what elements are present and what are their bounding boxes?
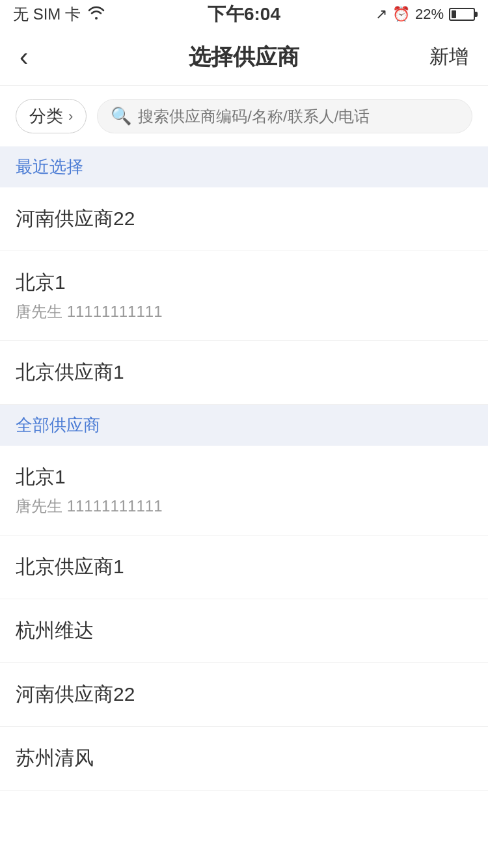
battery-text: 22%: [415, 6, 444, 23]
page-title: 选择供应商: [189, 42, 299, 72]
battery-icon: [449, 8, 475, 21]
carrier-text: 无 SIM 卡: [13, 4, 81, 25]
list-item[interactable]: 北京1唐先生 11111111111: [0, 446, 488, 536]
list-item[interactable]: 河南供应商22: [0, 187, 488, 251]
search-bar: 🔍: [97, 99, 472, 133]
list-item[interactable]: 苏州清风: [0, 727, 488, 791]
back-button[interactable]: ‹: [20, 42, 72, 72]
status-time: 下午6:04: [208, 2, 280, 27]
add-button[interactable]: 新增: [416, 44, 468, 70]
item-name: 北京供应商1: [16, 359, 472, 386]
category-filter[interactable]: 分类 ›: [16, 99, 87, 133]
status-bar: 无 SIM 卡 下午6:04 ↗ ⏰ 22%: [0, 0, 488, 29]
item-name: 北京供应商1: [16, 554, 472, 580]
all-section-header: 全部供应商: [0, 405, 488, 446]
list-item[interactable]: 北京供应商1: [0, 536, 488, 599]
recent-section-header: 最近选择: [0, 146, 488, 187]
item-name: 杭州维达: [16, 617, 472, 644]
item-name: 苏州清风: [16, 745, 472, 772]
nav-bar: ‹ 选择供应商 新增: [0, 29, 488, 86]
item-contact: 唐先生 11111111111: [16, 301, 472, 322]
item-name: 河南供应商22: [16, 681, 472, 708]
item-name: 河南供应商22: [16, 206, 472, 232]
search-icon: 🔍: [111, 106, 131, 126]
search-input[interactable]: [138, 107, 459, 126]
list-item[interactable]: 北京1唐先生 11111111111: [0, 251, 488, 341]
status-right: ↗ ⏰ 22%: [375, 6, 475, 23]
wifi-icon: [87, 5, 105, 23]
filter-bar: 分类 › 🔍: [0, 86, 488, 146]
item-name: 北京1: [16, 269, 472, 296]
alarm-icon: ⏰: [392, 6, 410, 23]
item-name: 北京1: [16, 464, 472, 491]
all-section-label: 全部供应商: [16, 415, 100, 435]
all-list: 北京1唐先生 11111111111北京供应商1杭州维达河南供应商22苏州清风: [0, 446, 488, 791]
location-icon: ↗: [375, 6, 387, 23]
chevron-right-icon: ›: [68, 108, 73, 125]
recent-list: 河南供应商22北京1唐先生 11111111111北京供应商1: [0, 187, 488, 405]
list-item[interactable]: 北京供应商1: [0, 341, 488, 405]
category-label: 分类: [29, 105, 63, 128]
list-item[interactable]: 河南供应商22: [0, 663, 488, 727]
recent-section-label: 最近选择: [16, 157, 83, 176]
item-contact: 唐先生 11111111111: [16, 496, 472, 517]
list-item[interactable]: 杭州维达: [0, 599, 488, 663]
status-left: 无 SIM 卡: [13, 4, 105, 25]
